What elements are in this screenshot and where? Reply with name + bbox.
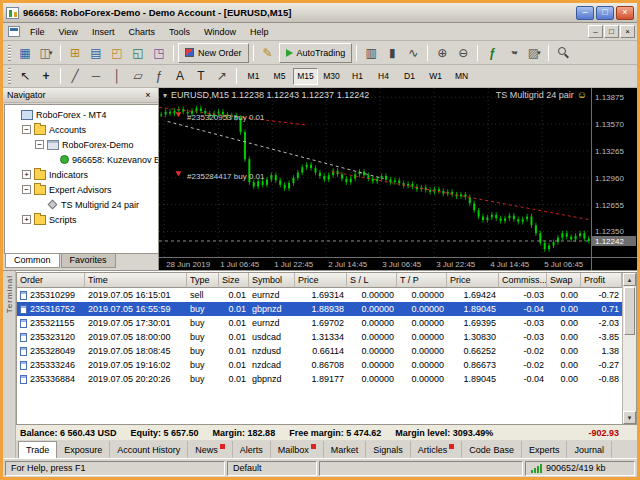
menu-view[interactable]: View	[52, 25, 85, 39]
tab-common[interactable]: Common	[5, 254, 60, 268]
plus-toggle-icon[interactable]: +	[22, 215, 31, 224]
trendline-button[interactable]: ╱	[65, 66, 85, 86]
timeframe-m30-button[interactable]: M30	[319, 68, 344, 85]
order-row[interactable]: 2353280492019.07.05 18:08:45buy0.01nzdus…	[17, 344, 622, 358]
navigator-button[interactable]: ◰	[107, 43, 127, 63]
column-header-size[interactable]: Size	[219, 273, 249, 288]
tab-market[interactable]: Market	[324, 441, 367, 458]
order-row[interactable]: 2353211552019.07.05 17:30:01buy0.01eurnz…	[17, 316, 622, 330]
tree-item-scripts[interactable]: +Scripts	[5, 212, 158, 227]
menu-help[interactable]: Help	[243, 25, 276, 39]
horizontal-line-button[interactable]: ─	[86, 66, 106, 86]
cursor-button[interactable]: ↖	[15, 66, 35, 86]
timeframe-h1-button[interactable]: H1	[345, 68, 370, 85]
scroll-up-icon[interactable]: ▲	[623, 273, 636, 286]
column-header-price2[interactable]: Price	[447, 273, 499, 288]
profiles-button[interactable]: ◫▾	[36, 43, 56, 63]
orders-scrollbar[interactable]: ▲ ▼	[622, 273, 636, 424]
tab-articles[interactable]: Articles	[411, 441, 463, 458]
terminal-side-grip[interactable]: Terminal	[3, 271, 16, 458]
timeframe-m15-button[interactable]: M15	[293, 68, 318, 85]
tab-mailbox[interactable]: Mailbox	[271, 441, 324, 458]
tree-item-ts-multigrid-24-pair[interactable]: TS Multigrid 24 pair	[5, 197, 158, 212]
templates-button[interactable]: ▨▾	[524, 43, 544, 63]
menu-window[interactable]: Window	[197, 25, 243, 39]
tree-item-roboforex-demo[interactable]: −RoboForex-Demo	[5, 137, 158, 152]
order-row[interactable]: 2353102992019.07.05 16:15:01sell0.01eurn…	[17, 288, 622, 302]
tree-item-roboforex-mt4[interactable]: RoboForex - MT4	[5, 107, 158, 122]
status-profile[interactable]: Default	[227, 461, 317, 476]
tab-favorites[interactable]: Favorites	[61, 254, 116, 268]
mdi-restore-button[interactable]: □	[604, 25, 619, 38]
tab-experts[interactable]: Experts	[522, 441, 568, 458]
crosshair-button[interactable]: +	[36, 66, 56, 86]
tab-journal[interactable]: Journal	[567, 441, 612, 458]
column-header-swap[interactable]: Swap	[547, 273, 581, 288]
tab-news[interactable]: News	[188, 441, 233, 458]
mdi-minimize-button[interactable]: –	[588, 25, 603, 38]
minus-toggle-icon[interactable]: −	[22, 185, 31, 194]
menu-tools[interactable]: Tools	[162, 25, 197, 39]
text-button[interactable]: A	[170, 66, 190, 86]
minus-toggle-icon[interactable]: −	[35, 140, 44, 149]
scroll-down-icon[interactable]: ▼	[623, 411, 636, 424]
menu-charts[interactable]: Charts	[121, 25, 162, 39]
close-button[interactable]: ×	[616, 6, 634, 20]
column-header-tp[interactable]: T / P	[397, 273, 447, 288]
column-header-price[interactable]: Price	[295, 273, 347, 288]
fibonacci-button[interactable]: ƒ	[149, 66, 169, 86]
column-header-sl[interactable]: S / L	[347, 273, 397, 288]
terminal-button[interactable]: ◱	[128, 43, 148, 63]
tab-alerts[interactable]: Alerts	[233, 441, 271, 458]
tree-item-accounts[interactable]: −Accounts	[5, 122, 158, 137]
scrollbar-thumb[interactable]	[624, 287, 635, 335]
maximize-button[interactable]: □	[596, 6, 614, 20]
navigator-header[interactable]: Navigator ×	[3, 88, 158, 103]
text-label-button[interactable]: T	[191, 66, 211, 86]
line-chart-button[interactable]: ∿	[403, 43, 423, 63]
tab-account-history[interactable]: Account History	[110, 441, 188, 458]
data-window-button[interactable]: ▤	[86, 43, 106, 63]
tab-trade[interactable]: Trade	[18, 441, 57, 458]
tree-item-expert-advisors[interactable]: −Expert Advisors	[5, 182, 158, 197]
chart-area[interactable]: 1.138751.135701.132651.129601.126551.123…	[159, 88, 637, 270]
tree-item-966658-kuzevanov-evg[interactable]: 966658: Kuzevanov Evg	[5, 152, 158, 167]
column-header-order[interactable]: Order	[17, 273, 85, 288]
new-chart-button[interactable]: ▦	[15, 43, 35, 63]
search-button[interactable]	[553, 43, 573, 63]
plus-toggle-icon[interactable]: +	[22, 170, 31, 179]
timeframe-m5-button[interactable]: M5	[267, 68, 292, 85]
indicators-button[interactable]: ƒ	[482, 43, 502, 63]
mdi-close-button[interactable]: ×	[620, 25, 635, 38]
navigator-close-icon[interactable]: ×	[142, 90, 154, 100]
candlestick-chart[interactable]: 1.138751.135701.132651.129601.126551.123…	[159, 88, 637, 270]
column-header-symbol[interactable]: Symbol	[249, 273, 295, 288]
menu-file[interactable]: File	[23, 25, 52, 39]
order-row[interactable]: 2353332462019.07.05 19:16:02buy0.01nzdca…	[17, 358, 622, 372]
timeframe-d1-button[interactable]: D1	[397, 68, 422, 85]
market-watch-button[interactable]: ⊞	[65, 43, 85, 63]
periods-button[interactable]: ◔▾	[503, 43, 523, 63]
zoom-in-button[interactable]: ⊕	[432, 43, 452, 63]
minus-toggle-icon[interactable]: −	[22, 125, 31, 134]
toolbar-grip[interactable]	[8, 45, 11, 61]
timeframe-mn-button[interactable]: MN	[449, 68, 474, 85]
menu-insert[interactable]: Insert	[85, 25, 122, 39]
metaeditor-button[interactable]: ✎	[258, 43, 278, 63]
toolbar-grip[interactable]	[8, 68, 11, 84]
timeframe-m1-button[interactable]: M1	[241, 68, 266, 85]
order-row[interactable]: 2353167522019.07.05 16:55:59buy0.01gbpnz…	[17, 302, 622, 316]
column-header-time[interactable]: Time	[85, 273, 187, 288]
column-header-commission[interactable]: Commiss...	[499, 273, 547, 288]
order-row[interactable]: 2353368842019.07.05 20:20:26buy0.01gbpnz…	[17, 372, 622, 386]
autotrading-button[interactable]: AutoTrading	[279, 43, 353, 63]
tab-exposure[interactable]: Exposure	[57, 441, 110, 458]
vertical-line-button[interactable]: │	[107, 66, 127, 86]
strategy-tester-button[interactable]: ◳	[149, 43, 169, 63]
timeframe-h4-button[interactable]: H4	[371, 68, 396, 85]
new-order-button[interactable]: New Order	[178, 43, 249, 63]
order-row[interactable]: 2353231202019.07.05 18:00:00buy0.01usdca…	[17, 330, 622, 344]
zoom-out-button[interactable]: ⊖	[453, 43, 473, 63]
bar-chart-button[interactable]: ▥	[361, 43, 381, 63]
column-header-type[interactable]: Type	[187, 273, 219, 288]
